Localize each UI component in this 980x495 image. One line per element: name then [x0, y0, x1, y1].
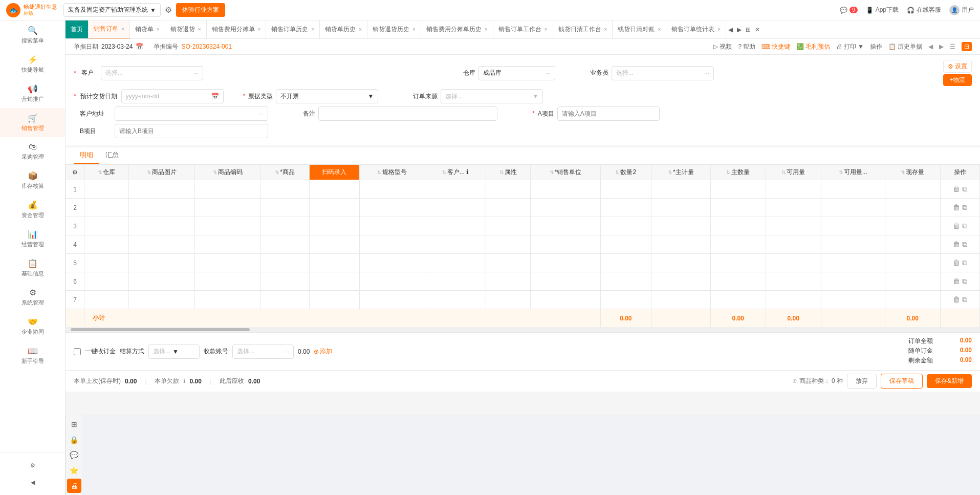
copy-row-1-icon[interactable]: ⧉ — [962, 185, 967, 193]
tab-home[interactable]: 首页 — [66, 20, 89, 39]
sidebar-item-marketing[interactable]: 📢 营销推广 — [0, 79, 65, 108]
add-payment-btn[interactable]: ⊕ 添加 — [314, 347, 332, 356]
col-spec[interactable]: ⇅规格型号 — [359, 165, 425, 180]
sidebar-item-search[interactable]: 🔍 搜索菜单 — [0, 20, 65, 50]
tab-fee-history[interactable]: 销售费用分摊单历史 × — [421, 20, 493, 39]
horizontal-scrollbar[interactable] — [66, 328, 980, 332]
col-product[interactable]: ⇅*商品 — [260, 165, 309, 180]
right-panel-icon-3[interactable]: 💬 — [67, 448, 81, 462]
tab-close-order-history[interactable]: × — [311, 27, 314, 32]
remark-input[interactable] — [318, 106, 497, 121]
col-unit[interactable]: ⇅*销售单位 — [531, 165, 601, 180]
tab-close-slip-history[interactable]: × — [359, 27, 362, 32]
delivery-date-input[interactable]: yyyy-mm-dd 📅 — [121, 89, 224, 103]
tab-expand[interactable]: ⊞ — [744, 26, 753, 33]
col-main-unit[interactable]: ⇅*主计量 — [651, 165, 710, 180]
sidebar-item-inventory[interactable]: 📦 库存核算 — [0, 166, 65, 195]
save-draft-button[interactable]: 保存草稿 — [881, 374, 923, 389]
right-panel-icon-5[interactable]: 🖨 — [67, 479, 81, 493]
sidebar-item-operations[interactable]: 📊 经营管理 — [0, 224, 65, 253]
settings-icon[interactable]: ⚙ — [165, 5, 172, 15]
payment-checkbox[interactable] — [74, 348, 81, 355]
delete-row-7-icon[interactable]: 🗑 — [953, 295, 960, 304]
warehouse-input[interactable]: 成品库 ··· — [478, 66, 555, 80]
tab-nav-left[interactable]: ◀ — [726, 26, 735, 33]
sidebar-item-guide[interactable]: 📖 新手引导 — [0, 341, 65, 370]
sidebar-item-sales[interactable]: 🛒 销售管理 — [0, 108, 65, 137]
tab-order-workbench[interactable]: 销售订单工作台 × — [493, 20, 553, 39]
industry-btn[interactable]: 体验行业方案 — [176, 3, 225, 17]
tab-return-history[interactable]: 销货退货历史 × — [367, 20, 421, 39]
delete-row-5-icon[interactable]: 🗑 — [953, 259, 960, 267]
tab-slip-history[interactable]: 销货单历史 × — [320, 20, 367, 39]
online-service-item[interactable]: 🎧 在线客服 — [907, 6, 941, 14]
sidebar-item-nav[interactable]: ⚡ 快捷导航 — [0, 50, 65, 79]
tab-stats[interactable]: 销售订单统计表 × — [666, 20, 726, 39]
set-button[interactable]: ⚙ 设置 — [943, 60, 972, 73]
sidebar-collapse-icon[interactable]: ◀ — [0, 474, 65, 491]
delete-row-2-icon[interactable]: 🗑 — [953, 203, 960, 212]
col-setting[interactable]: ⚙ — [66, 165, 84, 180]
tab-close-fee-history[interactable]: × — [485, 27, 488, 32]
tab-close-daily-workbench[interactable]: × — [604, 27, 607, 32]
copy-row-4-icon[interactable]: ⧉ — [962, 240, 967, 249]
save-new-button[interactable]: 保存&新增 — [927, 374, 972, 388]
tab-close-return-history[interactable]: × — [412, 27, 416, 32]
col-avail[interactable]: ⇅可用量 — [766, 165, 821, 180]
col-qty2[interactable]: ⇅数量2 — [600, 165, 651, 180]
discard-button[interactable]: 放弃 — [847, 374, 877, 389]
tab-close-sales-return[interactable]: × — [198, 27, 201, 32]
app-download-item[interactable]: 📱 App下载 — [866, 6, 899, 14]
delete-row-3-icon[interactable]: 🗑 — [953, 222, 960, 230]
copy-row-2-icon[interactable]: ⧉ — [962, 203, 967, 212]
copy-row-3-icon[interactable]: ⧉ — [962, 222, 967, 230]
help-btn[interactable]: ? 帮助 — [738, 42, 755, 51]
copy-row-7-icon[interactable]: ⧉ — [962, 295, 967, 304]
method-select[interactable]: 选择... ▼ — [148, 345, 200, 359]
tab-sales-return[interactable]: 销货退货 × — [165, 20, 207, 39]
print-btn[interactable]: 🖨 打印 ▼ — [836, 42, 864, 51]
tab-sales-order[interactable]: 销售订单 × — [89, 20, 130, 39]
right-panel-icon-2[interactable]: 🔒 — [67, 433, 81, 447]
add-logistics-button[interactable]: +物流 — [943, 74, 972, 86]
copy-row-5-icon[interactable]: ⧉ — [962, 259, 967, 267]
delete-row-4-icon[interactable]: 🗑 — [953, 240, 960, 249]
notification-item[interactable]: 💬 9 — [840, 7, 858, 14]
tab-close-fee-split[interactable]: × — [258, 27, 261, 32]
col-stock[interactable]: ⇅现存量 — [885, 165, 940, 180]
sub-tab-summary[interactable]: 汇总 — [99, 147, 125, 164]
tab-close-stats[interactable]: × — [717, 27, 721, 32]
calendar-icon[interactable]: 📅 — [136, 43, 143, 50]
user-item[interactable]: 👤 用户 — [949, 5, 974, 15]
right-panel-icon-1[interactable]: ⊞ — [67, 417, 81, 432]
col-scan[interactable]: 扫码录入 — [309, 165, 359, 180]
col-main-qty[interactable]: ⇅主数量 — [710, 165, 766, 180]
sidebar-item-system[interactable]: ⚙ 系统管理 — [0, 283, 65, 312]
staff-input[interactable]: 选择... ··· — [612, 66, 714, 80]
right-panel-icon-4[interactable]: ⭐ — [67, 463, 81, 478]
col-avail2[interactable]: ⇅可用量... — [821, 165, 885, 180]
sidebar-settings-icon[interactable]: ⚙ — [0, 457, 65, 474]
customer-input[interactable]: 选择... ··· — [101, 66, 203, 80]
tab-sales-slip[interactable]: 销货单 × — [130, 20, 165, 39]
b-project-input[interactable] — [115, 124, 268, 138]
order-source-input[interactable]: 选择... ▼ — [441, 89, 543, 103]
tab-close-sales-slip[interactable]: × — [157, 27, 160, 32]
col-customer-code[interactable]: ⇅客户... ℹ — [425, 165, 486, 180]
preview-btn[interactable]: ▷ 视频 — [713, 42, 732, 51]
list-view-icon[interactable]: ☰ — [950, 43, 955, 50]
copy-row-6-icon[interactable]: ⧉ — [962, 277, 967, 286]
grid-view-icon[interactable]: ⊟ — [962, 42, 972, 51]
col-code[interactable]: ⇅商品编码 — [194, 165, 260, 180]
next-doc-icon[interactable]: ▶ — [939, 43, 944, 50]
tab-order-history[interactable]: 销售订单历史 × — [266, 20, 320, 39]
sub-tab-detail[interactable]: 明细 — [74, 147, 99, 164]
shortcut-btn[interactable]: ⌨ 快捷键 — [761, 42, 790, 51]
account-input[interactable]: 选择... ··· — [232, 345, 294, 359]
history-btn[interactable]: 📋 历史单据 — [888, 42, 922, 51]
sidebar-item-finance[interactable]: 💰 资金管理 — [0, 195, 65, 224]
tab-reconcile[interactable]: 钱货日清对账 × — [613, 20, 666, 39]
col-image[interactable]: ⇅商品图片 — [129, 165, 195, 180]
col-warehouse[interactable]: ⇅仓库 — [84, 165, 129, 180]
operation-btn[interactable]: 操作 — [870, 42, 882, 51]
